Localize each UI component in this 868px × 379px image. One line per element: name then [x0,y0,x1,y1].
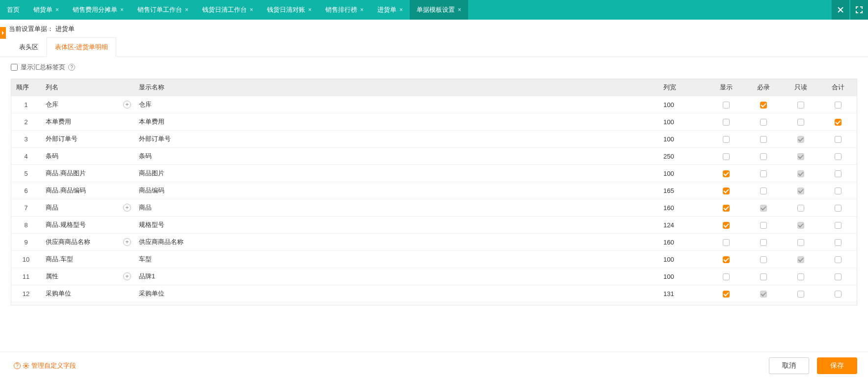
nav-tab[interactable]: 销售排行榜× [318,0,370,20]
total-checkbox[interactable] [835,273,842,280]
nav-tab[interactable]: 销售订单工作台× [131,0,195,20]
close-icon[interactable]: × [308,6,312,13]
cell-width[interactable]: 160 [658,234,708,251]
help-icon[interactable]: ? [68,64,75,71]
show-checkbox[interactable] [723,222,730,229]
summary-checkbox[interactable] [11,64,18,71]
readonly-checkbox[interactable] [797,239,804,246]
show-checkbox[interactable] [723,136,730,143]
show-checkbox[interactable] [723,188,730,194]
close-icon[interactable]: × [399,6,403,13]
nav-tab[interactable]: 单据模板设置× [410,0,468,20]
sub-tab[interactable]: 表头区 [11,37,47,57]
readonly-checkbox[interactable] [797,291,804,298]
cell-display-name[interactable]: 供应商商品名称 [134,234,658,251]
nav-tab[interactable]: 进货单× [370,0,410,20]
readonly-checkbox[interactable] [797,119,804,126]
close-icon[interactable]: × [185,6,188,13]
add-icon[interactable]: + [123,272,131,280]
cell-width[interactable]: 100 [658,113,708,131]
nav-tab[interactable]: 首页 [0,0,26,20]
cell-display-name[interactable]: 条码 [134,148,658,165]
close-all-button[interactable] [832,0,849,20]
cell-width[interactable]: 100 [658,131,708,148]
add-icon[interactable]: + [123,101,131,108]
show-checkbox[interactable] [723,153,730,160]
cell-width[interactable]: 100 [658,165,708,182]
total-checkbox[interactable] [835,222,842,229]
table-row[interactable]: 13数量公式设置数量100 [11,302,857,305]
required-checkbox[interactable] [760,188,767,194]
cell-display-name[interactable]: 外部订单号 [134,131,658,148]
cell-width[interactable]: 124 [658,217,708,234]
required-checkbox[interactable] [760,170,767,177]
add-icon[interactable]: + [123,204,131,212]
nav-tab[interactable]: 钱货日清对账× [260,0,318,20]
show-checkbox[interactable] [723,119,730,126]
required-checkbox[interactable] [760,102,767,108]
table-row[interactable]: 7商品+商品160 [11,199,857,217]
total-checkbox[interactable] [835,205,842,212]
table-row[interactable]: 11属性+品牌1100 [11,268,857,285]
table-scroll[interactable]: 顺序 列名 显示名称 列宽 显示 必录 只读 合计 1仓库+仓库1002本单费用… [11,79,857,305]
required-checkbox[interactable] [760,136,767,143]
table-row[interactable]: 2本单费用本单费用100 [11,113,857,131]
show-checkbox[interactable] [723,102,730,108]
required-checkbox[interactable] [760,273,767,280]
sidebar-expand-handle[interactable] [0,27,6,39]
show-checkbox[interactable] [723,291,730,298]
total-checkbox[interactable] [835,119,842,126]
cell-width[interactable]: 165 [658,182,708,199]
table-row[interactable]: 1仓库+仓库100 [11,96,857,113]
close-icon[interactable]: × [458,6,461,13]
cell-display-name[interactable]: 采购单位 [134,285,658,302]
required-checkbox[interactable] [760,239,767,246]
show-checkbox[interactable] [723,170,730,177]
cell-width[interactable]: 131 [658,285,708,302]
cell-display-name[interactable]: 商品 [134,199,658,217]
cell-display-name[interactable]: 商品编码 [134,182,658,199]
table-row[interactable]: 12采购单位采购单位131 [11,285,857,302]
total-checkbox[interactable] [835,170,842,177]
readonly-checkbox[interactable] [797,205,804,212]
nav-tab[interactable]: 钱货日清工作台× [195,0,260,20]
cell-display-name[interactable]: 数量 [134,302,658,305]
close-icon[interactable]: × [120,6,124,13]
required-checkbox[interactable] [760,222,767,229]
fullscreen-button[interactable] [850,0,868,20]
cell-display-name[interactable]: 仓库 [134,96,658,113]
show-checkbox[interactable] [723,239,730,246]
cell-width[interactable]: 100 [658,302,708,305]
table-row[interactable]: 8商品.规格型号规格型号124 [11,217,857,234]
show-checkbox[interactable] [723,256,730,263]
total-checkbox[interactable] [835,256,842,263]
required-checkbox[interactable] [760,119,767,126]
cell-width[interactable]: 160 [658,199,708,217]
cell-display-name[interactable]: 品牌1 [134,268,658,285]
cell-width[interactable]: 100 [658,251,708,268]
table-row[interactable]: 3外部订单号外部订单号100 [11,131,857,148]
total-checkbox[interactable] [835,136,842,143]
total-checkbox[interactable] [835,188,842,194]
sub-tab[interactable]: 表体区-进货单明细 [47,37,116,57]
total-checkbox[interactable] [835,153,842,160]
total-checkbox[interactable] [835,102,842,108]
table-row[interactable]: 6商品.商品编码商品编码165 [11,182,857,199]
cell-display-name[interactable]: 车型 [134,251,658,268]
total-checkbox[interactable] [835,239,842,246]
cell-width[interactable]: 100 [658,96,708,113]
readonly-checkbox[interactable] [797,102,804,108]
cell-display-name[interactable]: 本单费用 [134,113,658,131]
cell-width[interactable]: 250 [658,148,708,165]
table-row[interactable]: 10商品.车型车型100 [11,251,857,268]
total-checkbox[interactable] [835,291,842,298]
cell-display-name[interactable]: 商品图片 [134,165,658,182]
table-row[interactable]: 9供应商商品名称+供应商商品名称160 [11,234,857,251]
close-icon[interactable]: × [360,6,364,13]
show-checkbox[interactable] [723,273,730,280]
add-icon[interactable]: + [123,238,131,246]
cell-width[interactable]: 100 [658,268,708,285]
close-icon[interactable]: × [250,6,253,13]
cell-display-name[interactable]: 规格型号 [134,217,658,234]
table-row[interactable]: 4条码条码250 [11,148,857,165]
